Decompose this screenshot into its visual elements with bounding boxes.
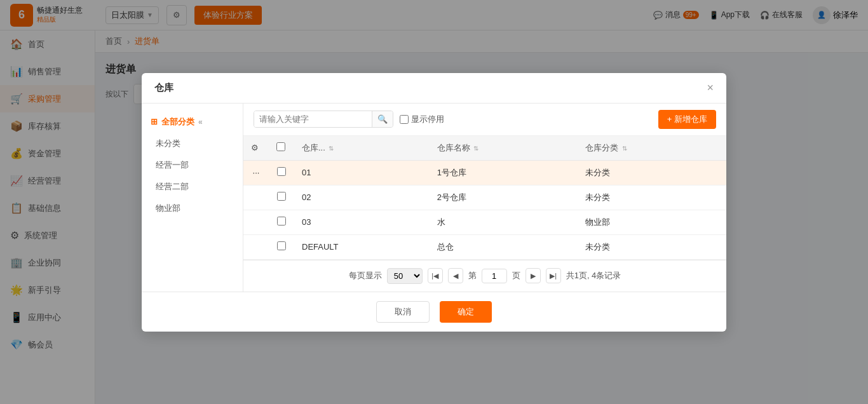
- category-item-unclassified[interactable]: 未分类: [142, 133, 243, 154]
- table-header-row: ⚙ 仓库... ⇅ 仓库名称 ⇅: [243, 136, 726, 161]
- table-row[interactable]: DEFAULT 总仓 未分类: [243, 234, 726, 259]
- category-item-property[interactable]: 物业部: [142, 198, 243, 219]
- row-category-cell: 物业部: [578, 210, 726, 234]
- modal-close-button[interactable]: ×: [707, 82, 714, 93]
- modal-title: 仓库: [154, 82, 173, 94]
- row-code-cell: 03: [294, 210, 430, 234]
- modal-body: ⊞ 全部分类 « 未分类 经营一部 经营二部 物业部 🔍: [142, 104, 726, 292]
- modal-toolbar: 🔍 显示停用 + 新增仓库: [243, 104, 726, 136]
- sort-category-icon: ⇅: [622, 145, 627, 152]
- show-disabled-label: 显示停用: [411, 114, 444, 125]
- row-name-cell: 1号仓库: [430, 160, 578, 185]
- page-input[interactable]: [482, 269, 507, 283]
- page-last-button[interactable]: ▶|: [546, 268, 561, 283]
- total-info: 共1页, 4条记录: [566, 270, 621, 281]
- page-unit: 页: [512, 270, 520, 281]
- row-code-cell: DEFAULT: [294, 234, 430, 259]
- add-warehouse-button[interactable]: + 新增仓库: [658, 110, 716, 129]
- modal-table-wrap: ⚙ 仓库... ⇅ 仓库名称 ⇅: [243, 136, 726, 260]
- row-name-cell: 水: [430, 210, 578, 234]
- warehouse-modal: 仓库 × ⊞ 全部分类 « 未分类 经营一部 经营二部 物业部: [142, 73, 726, 332]
- row-category-cell: 未分类: [578, 160, 726, 185]
- modal-overlay: 仓库 × ⊞ 全部分类 « 未分类 经营一部 经营二部 物业部: [0, 0, 868, 404]
- row-action-cell: [243, 210, 269, 234]
- page-prev-button[interactable]: ◀: [448, 268, 463, 283]
- row-code-cell: 01: [294, 160, 430, 185]
- col-header-category: 仓库分类 ⇅: [578, 136, 726, 161]
- row-checkbox-cell: [269, 185, 294, 210]
- search-input-wrap: 🔍: [254, 111, 393, 128]
- row-action-cell: [243, 185, 269, 210]
- grid-icon: ⊞: [151, 117, 158, 126]
- row-category-cell: 未分类: [578, 234, 726, 259]
- modal-right-panel: 🔍 显示停用 + 新增仓库 ⚙: [243, 104, 726, 292]
- col-header-settings: ⚙: [243, 136, 269, 161]
- warehouse-table: ⚙ 仓库... ⇅ 仓库名称 ⇅: [243, 136, 726, 260]
- all-categories-header[interactable]: ⊞ 全部分类 «: [142, 111, 243, 133]
- row-checkbox-cell: [269, 210, 294, 234]
- page-label: 第: [468, 270, 477, 281]
- search-icon[interactable]: 🔍: [372, 111, 393, 127]
- col-header-checkbox: [269, 136, 294, 161]
- show-disabled-wrap: 显示停用: [400, 114, 444, 125]
- row-code-cell: 02: [294, 185, 430, 210]
- search-input[interactable]: [254, 111, 372, 127]
- cancel-button[interactable]: 取消: [376, 301, 430, 323]
- row-checkbox-2[interactable]: [277, 217, 286, 226]
- row-action-cell: ···: [243, 160, 269, 185]
- sort-code-icon: ⇅: [329, 145, 334, 152]
- modal-footer: 取消 确定: [142, 292, 726, 332]
- page-first-button[interactable]: |◀: [428, 268, 443, 283]
- row-checkbox-cell: [269, 234, 294, 259]
- table-row[interactable]: 03 水 物业部: [243, 210, 726, 234]
- category-item-dept1[interactable]: 经营一部: [142, 154, 243, 176]
- row-action-cell: [243, 234, 269, 259]
- table-row[interactable]: 02 2号仓库 未分类: [243, 185, 726, 210]
- page-next-button[interactable]: ▶: [526, 268, 541, 283]
- row-checkbox-3[interactable]: [277, 241, 286, 250]
- all-categories-label: 全部分类: [161, 116, 194, 128]
- table-row[interactable]: ··· 01 1号仓库 未分类: [243, 160, 726, 185]
- modal-header: 仓库 ×: [142, 73, 726, 104]
- row-category-cell: 未分类: [578, 185, 726, 210]
- modal-pagination: 每页显示 50 100 200 |◀ ◀ 第 页 ▶ ▶| 共1页, 4条记录: [243, 260, 726, 292]
- show-disabled-checkbox[interactable]: [400, 115, 409, 124]
- col-header-name: 仓库名称 ⇅: [430, 136, 578, 161]
- row-checkbox-cell: [269, 160, 294, 185]
- collapse-icon[interactable]: «: [198, 118, 203, 126]
- per-page-label: 每页显示: [349, 270, 382, 281]
- row-name-cell: 总仓: [430, 234, 578, 259]
- row-checkbox-0[interactable]: [277, 167, 286, 176]
- confirm-button[interactable]: 确定: [440, 301, 492, 323]
- modal-left-panel: ⊞ 全部分类 « 未分类 经营一部 经营二部 物业部: [142, 104, 243, 292]
- row-checkbox-1[interactable]: [277, 192, 286, 201]
- select-all-checkbox[interactable]: [276, 142, 285, 151]
- row-name-cell: 2号仓库: [430, 185, 578, 210]
- category-item-dept2[interactable]: 经营二部: [142, 176, 243, 198]
- col-header-code: 仓库... ⇅: [294, 136, 430, 161]
- per-page-select[interactable]: 50 100 200: [387, 268, 423, 284]
- sort-name-icon: ⇅: [473, 145, 478, 152]
